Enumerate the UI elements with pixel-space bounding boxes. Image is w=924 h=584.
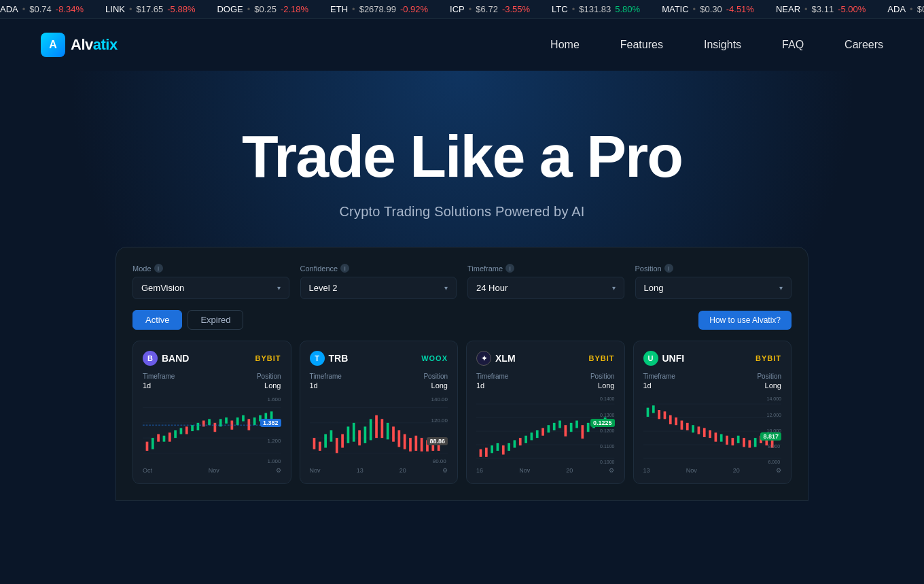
svg-rect-102 — [726, 436, 728, 445]
svg-rect-21 — [242, 415, 245, 422]
filter-row: Mode i GemVision ▾ Confidence i Level 2 … — [132, 264, 792, 299]
nav-insights[interactable]: Insights — [704, 39, 741, 50]
svg-rect-88 — [646, 408, 649, 417]
svg-rect-20 — [236, 418, 239, 426]
chart-footer-xlm: 16 Nov 20 ⚙ — [476, 467, 615, 474]
filter-position: Position i Long ▾ — [635, 264, 792, 299]
svg-rect-64 — [502, 446, 505, 455]
card-header: U UNFI BYBIT — [643, 351, 782, 366]
svg-rect-105 — [743, 439, 745, 447]
svg-rect-8 — [168, 433, 171, 442]
svg-rect-63 — [497, 443, 499, 451]
nav-home[interactable]: Home — [550, 39, 580, 50]
svg-rect-67 — [519, 439, 522, 446]
svg-rect-5 — [152, 439, 154, 450]
ticker-item: ICP • $6.72 -3.55% — [450, 4, 530, 14]
nav-features[interactable]: Features — [620, 39, 663, 50]
svg-rect-61 — [485, 448, 488, 457]
svg-rect-104 — [736, 436, 739, 443]
svg-rect-77 — [575, 421, 578, 428]
svg-rect-49 — [409, 439, 412, 452]
tabs-row: Active Expired How to use Alvatix? — [132, 310, 792, 330]
svg-rect-48 — [403, 434, 406, 449]
svg-rect-38 — [346, 427, 349, 443]
svg-rect-106 — [748, 441, 751, 448]
svg-rect-23 — [253, 418, 256, 426]
svg-rect-34 — [324, 434, 327, 448]
card-meta: Timeframe Position — [476, 373, 615, 380]
filter-timeframe-label: Timeframe i — [467, 264, 624, 273]
chart-area-band: 1.600 1.400 1.200 1.000 1.382 — [143, 396, 281, 464]
svg-rect-89 — [652, 406, 654, 413]
chart-area-xlm: 0.1400 0.1300 0.1200 0.1100 0.1000 0.122… — [476, 396, 615, 464]
card-meta: Timeframe Position — [310, 373, 448, 380]
svg-rect-90 — [658, 410, 660, 419]
price-label-unfi: 8.817 — [760, 432, 781, 441]
svg-rect-72 — [548, 426, 550, 433]
info-icon: i — [340, 264, 349, 273]
svg-rect-12 — [191, 426, 194, 432]
ticker-item: ADA • $0.74 -8.34% — [887, 4, 924, 14]
svg-rect-70 — [536, 430, 539, 438]
logo[interactable]: A Alvatix — [41, 33, 118, 57]
dashboard-preview: Mode i GemVision ▾ Confidence i Level 2 … — [116, 247, 808, 501]
nav-faq[interactable]: FAQ — [782, 39, 804, 50]
info-icon: i — [154, 264, 163, 273]
svg-rect-37 — [341, 434, 344, 448]
svg-rect-22 — [247, 419, 250, 431]
chart-svg-xlm — [476, 396, 615, 464]
card-meta-value: 1d Long — [143, 381, 281, 390]
svg-rect-26 — [270, 412, 273, 419]
price-label-band: 1.382 — [260, 419, 281, 427]
chevron-down-icon: ▾ — [277, 284, 281, 292]
tab-expired[interactable]: Expired — [188, 310, 243, 330]
tabs-left: Active Expired — [132, 310, 243, 330]
price-label-xlm: 0.1225 — [590, 419, 615, 427]
svg-rect-47 — [397, 430, 400, 447]
svg-rect-60 — [480, 449, 482, 457]
exchange-bybit: BYBIT — [255, 354, 281, 362]
info-icon: i — [664, 264, 673, 273]
chart-svg-unfi — [643, 396, 782, 464]
svg-rect-101 — [719, 434, 722, 442]
ticker-item: ETH • $2678.99 -0.92% — [330, 4, 428, 14]
filter-confidence-select[interactable]: Level 2 ▾ — [300, 277, 457, 299]
svg-rect-17 — [219, 419, 222, 427]
trade-card-band: B BAND BYBIT Timeframe Position 1d Long — [132, 341, 291, 484]
card-header: ✦ XLM BYBIT — [476, 351, 615, 366]
xlm-icon: ✦ — [476, 351, 491, 366]
chevron-down-icon: ▾ — [444, 284, 448, 292]
trade-card-xlm: ✦ XLM BYBIT Timeframe Position 1d Long — [466, 341, 625, 484]
svg-rect-46 — [392, 427, 395, 442]
ticker-bar: ADA • $0.74 -8.34% LINK • $17.65 -5.88% … — [0, 0, 924, 19]
svg-rect-73 — [553, 423, 556, 430]
filter-confidence: Confidence i Level 2 ▾ — [300, 264, 457, 299]
info-icon: i — [505, 264, 514, 273]
nav-careers[interactable]: Careers — [845, 39, 883, 50]
svg-rect-74 — [558, 421, 561, 428]
filter-mode-select[interactable]: GemVision ▾ — [132, 277, 289, 299]
how-to-button[interactable]: How to use Alvatix? — [698, 311, 792, 330]
svg-rect-25 — [264, 413, 267, 419]
svg-rect-107 — [753, 439, 756, 447]
svg-rect-18 — [225, 418, 228, 424]
hero-title: Trade Like a Pro — [14, 125, 910, 188]
filter-position-select[interactable]: Long ▾ — [635, 277, 792, 299]
svg-rect-9 — [174, 430, 177, 438]
svg-rect-62 — [491, 446, 493, 453]
filter-timeframe-select[interactable]: 24 Hour ▾ — [467, 277, 624, 299]
svg-rect-40 — [358, 430, 361, 445]
card-meta: Timeframe Position — [643, 373, 782, 380]
hero-subtitle: Crypto Trading Solutions Powered by AI — [14, 204, 910, 220]
ticker-item: ADA • $0.74 -8.34% — [0, 4, 84, 14]
chart-area-trb: 140.00 120.00 100.00 80.00 88.86 — [310, 396, 448, 464]
svg-rect-16 — [214, 423, 217, 432]
svg-rect-97 — [697, 427, 700, 434]
trade-card-trb: T TRB WOOX Timeframe Position 1d Long — [300, 341, 459, 484]
svg-rect-14 — [202, 421, 205, 427]
card-meta-value: 1d Long — [476, 381, 615, 390]
tab-active[interactable]: Active — [132, 310, 182, 330]
svg-rect-43 — [375, 415, 378, 438]
svg-rect-42 — [369, 419, 372, 441]
svg-rect-69 — [531, 433, 533, 441]
